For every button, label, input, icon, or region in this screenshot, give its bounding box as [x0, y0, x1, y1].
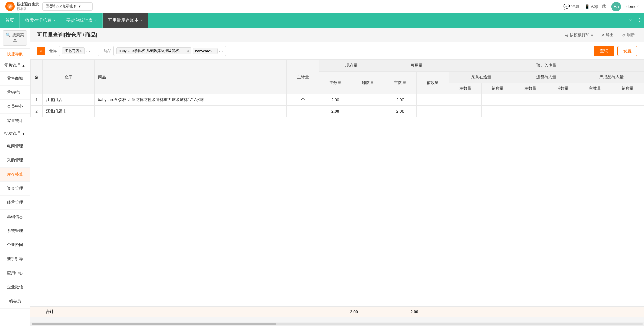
tab-home[interactable]: 首页 — [0, 13, 20, 28]
sidebar-item-wholesale-mgmt[interactable]: 批发管理 ▼ — [0, 128, 30, 139]
chat-icon: 💬 — [563, 3, 570, 10]
app-download-label: App下载 — [591, 4, 606, 9]
warehouse-more-icon[interactable]: ··· — [86, 48, 90, 54]
scrollbar-thumb[interactable] — [32, 323, 276, 325]
row-2-incoming-main — [514, 106, 546, 117]
tab-order-stats-close[interactable]: × — [95, 18, 97, 22]
query-button[interactable]: 查询 — [594, 46, 614, 56]
sidebar-finance-label: 资金管理 — [7, 186, 23, 191]
footer-current-main: 2.00 — [339, 310, 369, 314]
data-table: ⚙ 仓库 商品 主计量 现存量 可用量 预计入库量 主数量 辅数量 主数量 辅数… — [30, 60, 644, 117]
sidebar-item-guide[interactable]: 新手引导 — [0, 252, 30, 266]
page-actions: 🖨 按模板打印 ▾ ↗ 导出 ↻ 刷新 — [561, 31, 637, 39]
sidebar-item-operations[interactable]: 经营管理 — [0, 196, 30, 210]
th-current-aux: 辅数量 — [352, 72, 384, 94]
sidebar-item-inventory[interactable]: 库存核算 — [0, 168, 30, 182]
search-menu-button[interactable]: 🔍 搜索菜单 — [3, 30, 27, 46]
sidebar-item-purchase[interactable]: 采购管理 — [0, 153, 30, 168]
row-1-incoming-aux — [546, 94, 579, 106]
close-all-tabs-button[interactable]: × — [629, 17, 632, 24]
sidebar-item-retail-stats[interactable]: 零售统计 — [0, 114, 30, 128]
horizontal-scrollbar[interactable] — [30, 322, 644, 326]
goods-filter-input[interactable]: babycare学饮杯 儿童防摔防撞吸管杯重力球吸嘴杯宝宝水杯 × babyca… — [113, 46, 226, 56]
row-2-purchase-aux — [481, 106, 514, 117]
row-2-unit — [287, 106, 319, 117]
th-product-main: 主数量 — [579, 83, 611, 94]
sidebar-item-retail-mgmt[interactable]: 零售管理 ▲ — [0, 60, 30, 72]
sidebar-item-basic-info[interactable]: 基础信息 — [0, 210, 30, 224]
row-2-avail-main: 2.00 — [384, 106, 417, 117]
sidebar-item-member[interactable]: 畅会员 — [0, 294, 30, 309]
refresh-button[interactable]: ↻ 刷新 — [619, 31, 637, 39]
row-2-warehouse: 江北门店【... — [43, 106, 95, 117]
th-current-stock-group: 现存量 — [319, 60, 384, 72]
goods-filter-group: 商品 babycare学饮杯 儿童防摔防撞吸管杯重力球吸嘴杯宝宝水杯 × bab… — [103, 46, 226, 56]
sidebar: 🔍 搜索菜单 快捷导航 零售管理 ▲ 零售商城 营销推广 会员中心 零售统计 批… — [0, 28, 30, 326]
goods-tag-1-close[interactable]: × — [187, 49, 189, 53]
sidebar-wholesale-label: 批发管理 — [4, 131, 20, 136]
row-1-product-main — [579, 94, 611, 106]
sidebar-member-label: 畅会员 — [9, 298, 21, 304]
chevron-icon-2: ▼ — [22, 131, 26, 136]
table-row: 2 江北门店【... 2.00 2.00 — [31, 106, 644, 117]
user-name: demo2 — [626, 4, 639, 9]
store-selector[interactable]: 母婴行业演示账套 ▾ — [42, 2, 93, 11]
scrollbar-track[interactable] — [32, 323, 643, 325]
quick-nav-button[interactable]: 快捷导航 — [0, 49, 30, 60]
sidebar-item-enterprise[interactable]: 企业协同 — [0, 238, 30, 252]
gear-icon[interactable]: ⚙ — [34, 75, 39, 80]
fullscreen-button[interactable]: ⛶ — [635, 17, 640, 24]
sidebar-item-marketing[interactable]: 营销推广 — [0, 86, 30, 100]
warehouse-filter-input[interactable]: 江北门店 × ··· — [59, 46, 99, 56]
tab-available-stock[interactable]: 可用量库存账本 × — [103, 13, 148, 28]
sidebar-item-member-center[interactable]: 会员中心 — [0, 100, 30, 114]
th-unit: 主计量 — [287, 60, 319, 94]
row-1-seq: 1 — [31, 94, 43, 106]
export-button[interactable]: ↗ 导出 — [598, 31, 616, 39]
row-2-seq: 2 — [31, 106, 43, 117]
print-button[interactable]: 🖨 按模板打印 ▾ — [561, 31, 596, 39]
filter-expand-button[interactable]: » — [37, 47, 45, 55]
goods-more-icon[interactable]: ··· — [219, 48, 223, 54]
sidebar-guide-label: 新手引导 — [7, 256, 23, 262]
goods-tag-2-text: babycare?... — [195, 49, 215, 53]
th-product-pending-group: 产成品待入量 — [579, 72, 644, 83]
footer-label: 合计 — [46, 309, 72, 315]
sidebar-item-ecommerce[interactable]: 电商管理 — [0, 139, 30, 153]
tab-order-stats[interactable]: 要货单统计表 × — [61, 13, 102, 28]
sidebar-item-retail-mall[interactable]: 零售商城 — [0, 72, 30, 86]
row-1-purchase-aux — [481, 94, 514, 106]
print-chevron-icon: ▾ — [591, 33, 593, 38]
tab-receive-summary-close[interactable]: × — [53, 18, 55, 22]
warehouse-tag-close[interactable]: × — [80, 49, 82, 53]
row-1-incoming-main — [514, 94, 546, 106]
goods-tag-2: babycare?... — [193, 48, 218, 54]
th-incoming-main: 主数量 — [514, 83, 546, 94]
tab-receive-summary[interactable]: 收发存汇总表 × — [20, 13, 61, 28]
chat-button[interactable]: 💬 消息 — [563, 3, 579, 10]
sidebar-retail-mall-label: 零售商城 — [7, 76, 23, 81]
tab-available-stock-close[interactable]: × — [141, 18, 143, 22]
tab-receive-summary-label: 收发存汇总表 — [25, 17, 51, 24]
sidebar-item-app-center[interactable]: 应用中心 — [0, 266, 30, 280]
row-1-goods: babycare学饮杯 儿童防摔防撞吸管杯重力球吸嘴杯宝宝水杯 — [94, 94, 287, 106]
logo-text: 畅捷通好生意 — [17, 2, 39, 6]
th-warehouse: 仓库 — [43, 60, 95, 94]
nav-tabs: 首页 收发存汇总表 × 要货单统计表 × 可用量库存账本 × × ⛶ — [0, 13, 644, 28]
th-current-main: 主数量 — [319, 72, 352, 94]
settings-button[interactable]: 设置 — [617, 46, 637, 56]
row-2-current-aux — [352, 106, 384, 117]
th-settings: ⚙ — [31, 60, 43, 94]
warehouse-filter-label: 仓库 — [49, 48, 57, 54]
avatar[interactable]: Ea — [611, 2, 621, 11]
sidebar-item-system[interactable]: 系统管理 — [0, 224, 30, 238]
warehouse-tag: 江北门店 × — [62, 47, 85, 54]
top-bar-right: 💬 消息 📱 App下载 Ea demo2 — [563, 2, 639, 11]
table-row: 1 江北门店 babycare学饮杯 儿童防摔防撞吸管杯重力球吸嘴杯宝宝水杯 个… — [31, 94, 644, 106]
row-2-incoming-aux — [546, 106, 579, 117]
sidebar-item-finance[interactable]: 资金管理 — [0, 182, 30, 196]
sidebar-item-enterprise-wechat[interactable]: 企业微信 — [0, 280, 30, 294]
th-goods: 商品 — [94, 60, 287, 94]
th-purchase-main: 主数量 — [449, 83, 482, 94]
app-download-button[interactable]: 📱 App下载 — [585, 4, 606, 9]
